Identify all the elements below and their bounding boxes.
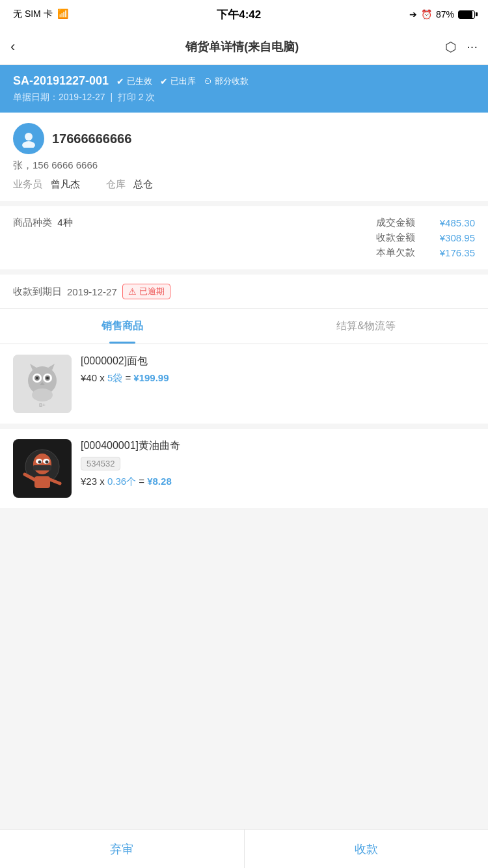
salesman-info: 业务员 曾凡杰	[13, 178, 80, 191]
check-icon-2: ✔	[160, 76, 168, 87]
warehouse-value: 总仓	[133, 178, 153, 189]
clock-icon: ⏲	[204, 76, 212, 86]
svg-point-1	[22, 141, 35, 148]
page-title: 销货单详情(来自电脑)	[185, 39, 299, 55]
customer-section: 17666666666 张，156 6666 6666 业务员 曾凡杰 仓库 总…	[0, 113, 488, 201]
warehouse-info: 仓库 总仓	[106, 178, 154, 191]
product-types: 商品种类 4种	[13, 217, 73, 229]
more-icon[interactable]: ···	[467, 39, 478, 54]
product-total-2: ¥8.28	[147, 476, 172, 487]
tab-settlement[interactable]: 结算&物流等	[244, 309, 488, 344]
product-thumb-2	[13, 439, 72, 498]
order-header: SA-20191227-001 ✔ 已生效 ✔ 已出库 ⏲ 部分收款 单据日期：…	[0, 65, 488, 113]
badge-partial: ⏲ 部分收款	[204, 75, 249, 87]
share-icon[interactable]: ⬡	[445, 39, 456, 55]
amount-row: 成交金额 ¥485.30	[376, 217, 475, 229]
owed-row: 本单欠款 ¥176.35	[376, 247, 475, 259]
battery-icon	[458, 10, 475, 19]
location-icon: ➔	[409, 9, 417, 20]
due-section: 收款到期日 2019-12-27 ⚠ 已逾期	[0, 275, 488, 309]
product-qty-2: 0.36个	[107, 476, 136, 487]
product-thumb-1: B+	[13, 355, 72, 413]
product-price-2: ¥23 x 0.36个 = ¥8.28	[81, 476, 475, 488]
product-card-1: B+ [0000002]面包 ¥40 x 5袋 = ¥199.99	[0, 344, 488, 424]
owed-value: ¥176.35	[423, 247, 475, 258]
status-left: 无 SIM 卡 📶	[13, 8, 68, 20]
product-types-value: 4种	[57, 217, 72, 228]
svg-point-20	[38, 461, 42, 464]
battery-percent: 87%	[436, 9, 454, 20]
back-button[interactable]: ‹	[10, 33, 39, 61]
tabs-section: 销售商品 结算&物流等	[0, 309, 488, 344]
svg-point-8	[36, 377, 38, 379]
nav-actions: ⬡ ···	[445, 39, 478, 55]
order-id: SA-20191227-001	[13, 74, 109, 88]
svg-point-21	[46, 461, 49, 464]
overdue-badge: ⚠ 已逾期	[122, 284, 170, 299]
status-right: ➔ ⏰ 87%	[409, 9, 475, 20]
svg-point-13	[32, 388, 53, 401]
product-total-1: ¥199.99	[133, 372, 169, 383]
overdue-icon: ⚠	[128, 286, 137, 297]
due-label: 收款到期日	[13, 286, 62, 298]
status-time: 下午4:42	[217, 7, 261, 22]
customer-info-row: 业务员 曾凡杰 仓库 总仓	[13, 178, 475, 191]
product-info-2: [000400001]黄油曲奇 534532 ¥23 x 0.36个 = ¥8.…	[81, 439, 475, 488]
product-price-1: ¥40 x 5袋 = ¥199.99	[81, 372, 475, 385]
product-card-2: [000400001]黄油曲奇 534532 ¥23 x 0.36个 = ¥8.…	[0, 429, 488, 508]
badge-effective: ✔ 已生效	[116, 75, 152, 87]
products-section: B+ [0000002]面包 ¥40 x 5袋 = ¥199.99	[0, 344, 488, 508]
svg-text:B+: B+	[39, 402, 46, 408]
overdue-text: 已逾期	[139, 286, 165, 297]
tab-products[interactable]: 销售商品	[0, 309, 244, 344]
received-row: 收款金额 ¥308.95	[376, 232, 475, 244]
check-icon-1: ✔	[116, 76, 124, 87]
collect-payment-button[interactable]: 收款	[245, 830, 489, 868]
avatar	[13, 123, 44, 154]
salesman-value: 曾凡杰	[51, 178, 80, 189]
svg-rect-22	[33, 465, 51, 470]
alarm-icon: ⏰	[421, 9, 432, 20]
bottom-bar: 弃审 收款	[0, 829, 488, 868]
product-qty-1: 5袋	[107, 372, 122, 383]
product-info-1: [0000002]面包 ¥40 x 5袋 = ¥199.99	[81, 355, 475, 385]
status-bar: 无 SIM 卡 📶 下午4:42 ➔ ⏰ 87%	[0, 0, 488, 29]
amount-value: ¥485.30	[423, 217, 475, 228]
received-value: ¥308.95	[423, 232, 475, 243]
customer-phone: 17666666666	[52, 131, 131, 146]
abandon-review-button[interactable]: 弃审	[0, 830, 245, 868]
svg-point-17	[33, 454, 51, 474]
nav-bar: ‹ 销货单详情(来自电脑) ⬡ ···	[0, 29, 488, 65]
summary-section: 商品种类 4种 成交金额 ¥485.30 收款金额 ¥308.95 本单欠款 ¥…	[0, 206, 488, 269]
product-name-2: [000400001]黄油曲奇	[81, 439, 475, 453]
due-date: 2019-12-27	[67, 286, 117, 297]
svg-point-0	[25, 133, 33, 141]
order-meta: 单据日期：2019-12-27 | 打印 2 次	[13, 92, 475, 103]
svg-point-9	[46, 377, 49, 379]
badge-shipped: ✔ 已出库	[160, 75, 196, 87]
svg-rect-23	[34, 476, 50, 488]
customer-sub: 张，156 6666 6666	[13, 159, 475, 172]
financial-summary: 成交金额 ¥485.30 收款金额 ¥308.95 本单欠款 ¥176.35	[376, 217, 475, 259]
product-name-1: [0000002]面包	[81, 355, 475, 368]
product-sku-2: 534532	[81, 457, 120, 470]
